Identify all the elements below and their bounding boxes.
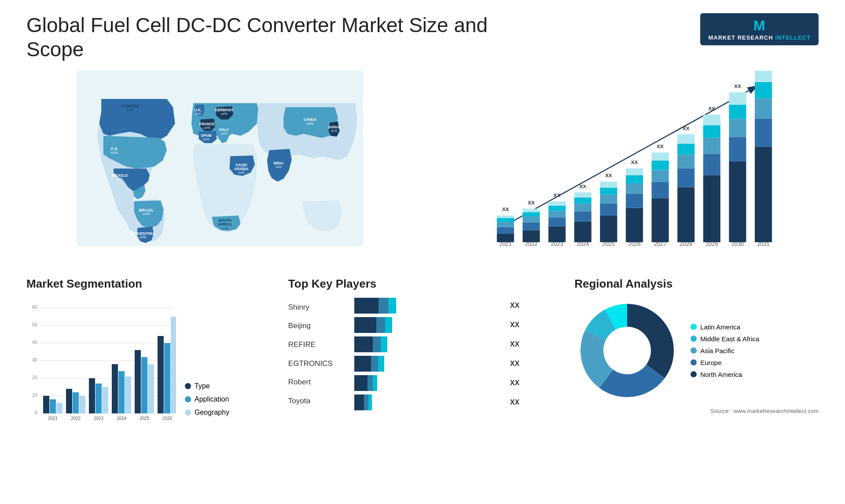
svg-text:XX: XX bbox=[605, 173, 612, 179]
player-bar-mid bbox=[367, 375, 373, 391]
svg-text:xx%: xx% bbox=[222, 226, 228, 230]
svg-rect-66 bbox=[600, 188, 617, 195]
reg-dot-europe bbox=[691, 359, 697, 365]
svg-rect-56 bbox=[574, 222, 592, 242]
svg-text:2022: 2022 bbox=[71, 416, 81, 421]
svg-rect-86 bbox=[677, 155, 694, 168]
logo-box: M MARKET RESEARCH INTELLECT bbox=[700, 13, 819, 45]
player-bar-value: XX bbox=[510, 379, 519, 387]
svg-rect-102 bbox=[729, 92, 746, 105]
player-bar-outer bbox=[354, 356, 504, 372]
svg-text:0: 0 bbox=[35, 410, 37, 415]
legend-application: Application bbox=[185, 395, 229, 403]
world-map-container: CANADA xx% U.S. xx% MEXICO xx% BRAZIL xx… bbox=[26, 70, 414, 246]
players-title: Top Key Players bbox=[288, 277, 557, 291]
svg-rect-105 bbox=[755, 147, 772, 242]
svg-rect-138 bbox=[112, 364, 118, 413]
svg-rect-50 bbox=[548, 218, 566, 226]
svg-rect-43 bbox=[523, 223, 540, 230]
player-bar-dark bbox=[354, 298, 378, 314]
player-bar-outer bbox=[354, 375, 504, 391]
reg-legend-mea: Middle East & Africa bbox=[691, 335, 759, 343]
svg-rect-147 bbox=[164, 343, 170, 413]
player-bar-dark bbox=[354, 375, 367, 391]
player-bar-row: XX bbox=[354, 375, 557, 391]
svg-text:xx%: xx% bbox=[203, 137, 209, 141]
svg-rect-36 bbox=[497, 227, 514, 234]
svg-text:2025: 2025 bbox=[140, 416, 150, 421]
svg-text:xx%: xx% bbox=[276, 165, 282, 169]
reg-label-europe: Europe bbox=[700, 359, 721, 366]
svg-text:50: 50 bbox=[32, 322, 37, 327]
svg-rect-148 bbox=[171, 317, 176, 413]
svg-text:2022: 2022 bbox=[525, 241, 537, 247]
world-map-svg: CANADA xx% U.S. xx% MEXICO xx% BRAZIL xx… bbox=[26, 70, 414, 246]
svg-rect-87 bbox=[677, 144, 694, 154]
svg-rect-78 bbox=[652, 182, 669, 198]
svg-rect-139 bbox=[118, 371, 125, 413]
reg-dot-apac bbox=[691, 347, 697, 354]
svg-text:2031: 2031 bbox=[757, 241, 769, 247]
svg-rect-74 bbox=[626, 168, 643, 175]
svg-rect-146 bbox=[158, 336, 164, 413]
svg-rect-71 bbox=[626, 194, 643, 208]
page-title: Global Fuel Cell DC-DC Converter Market … bbox=[26, 13, 511, 62]
reg-dot-latin bbox=[691, 324, 697, 330]
svg-rect-88 bbox=[677, 135, 694, 144]
svg-text:40: 40 bbox=[32, 340, 37, 345]
svg-text:xx%: xx% bbox=[143, 212, 150, 216]
svg-rect-108 bbox=[755, 82, 772, 99]
svg-rect-67 bbox=[600, 182, 617, 188]
player-bar-value: XX bbox=[510, 340, 519, 348]
svg-rect-57 bbox=[574, 212, 592, 222]
svg-rect-91 bbox=[703, 175, 720, 242]
bar-chart-section: XX 2021 XX 2022 bbox=[431, 70, 819, 264]
svg-rect-144 bbox=[148, 364, 154, 413]
svg-text:XX: XX bbox=[734, 83, 741, 89]
svg-rect-92 bbox=[703, 154, 720, 175]
reg-legend-apac: Asia Pacific bbox=[691, 347, 759, 354]
svg-rect-131 bbox=[73, 392, 79, 413]
regional-title: Regional Analysis bbox=[574, 277, 819, 291]
player-bar-outer bbox=[354, 298, 504, 314]
svg-rect-39 bbox=[497, 216, 514, 219]
svg-rect-136 bbox=[102, 387, 108, 413]
svg-text:30: 30 bbox=[32, 357, 37, 362]
segmentation-section: Market Segmentation 0 10 20 30 40 50 60 bbox=[26, 277, 271, 421]
svg-text:xx%: xx% bbox=[126, 108, 133, 112]
svg-text:10: 10 bbox=[32, 392, 37, 398]
svg-text:2023: 2023 bbox=[94, 416, 104, 421]
player-bar-dark bbox=[354, 336, 373, 352]
svg-text:XX: XX bbox=[528, 200, 535, 205]
svg-rect-107 bbox=[755, 99, 772, 119]
player-bar-value: XX bbox=[510, 398, 519, 406]
player-name-4: Robert bbox=[288, 375, 345, 389]
players-section: Top Key Players Shinry Beijing REFIRE EG… bbox=[288, 277, 557, 410]
player-bar-value: XX bbox=[510, 302, 519, 310]
svg-rect-44 bbox=[523, 216, 540, 223]
bar-chart-container: XX 2021 XX 2022 bbox=[431, 70, 819, 255]
svg-rect-135 bbox=[96, 383, 102, 413]
legend-dot-geography bbox=[185, 409, 191, 416]
top-row: CANADA xx% U.S. xx% MEXICO xx% BRAZIL xx… bbox=[26, 70, 819, 264]
seg-chart-container: 0 10 20 30 40 50 60 bbox=[26, 298, 271, 421]
svg-text:XX: XX bbox=[579, 183, 586, 189]
seg-graph: 0 10 20 30 40 50 60 bbox=[26, 298, 176, 421]
svg-rect-60 bbox=[574, 193, 592, 198]
svg-rect-106 bbox=[755, 119, 772, 147]
svg-rect-37 bbox=[497, 222, 514, 227]
player-bar-value: XX bbox=[510, 360, 519, 368]
svg-rect-81 bbox=[652, 153, 669, 161]
svg-rect-127 bbox=[50, 399, 56, 413]
player-bar-outer bbox=[354, 336, 504, 352]
player-bar-mid bbox=[378, 298, 388, 314]
player-bar-row: XX bbox=[354, 298, 557, 314]
svg-rect-93 bbox=[703, 138, 720, 154]
player-bar-row: XX bbox=[354, 394, 557, 410]
reg-dot-mea bbox=[691, 336, 697, 342]
reg-legend-na: North America bbox=[691, 371, 759, 378]
header: Global Fuel Cell DC-DC Converter Market … bbox=[26, 13, 819, 62]
svg-rect-126 bbox=[43, 396, 49, 413]
regional-legend: Latin America Middle East & Africa Asia … bbox=[691, 323, 759, 378]
svg-rect-140 bbox=[125, 376, 131, 413]
